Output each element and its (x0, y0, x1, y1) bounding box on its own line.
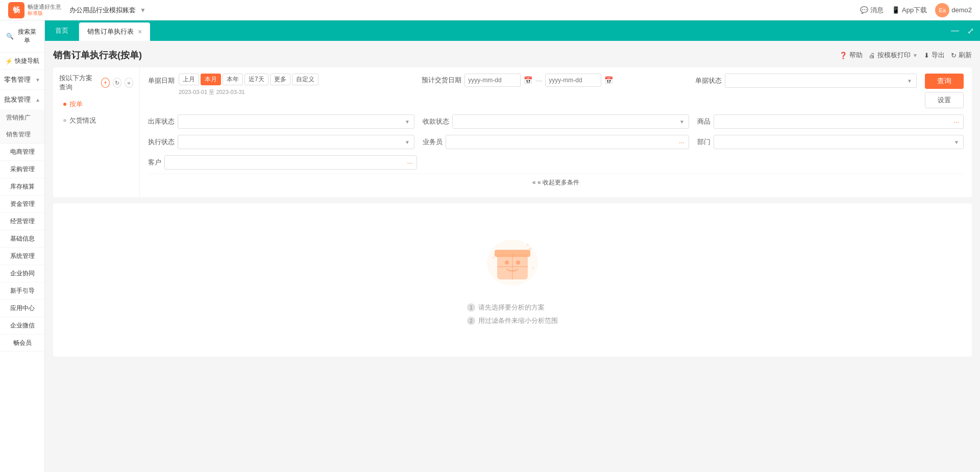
quick-nav-icon: ⚡ (5, 58, 13, 65)
cal-icon-end[interactable]: 📅 (604, 76, 613, 84)
export-button[interactable]: ⬇ 导出 (924, 51, 945, 60)
plan-badge-inactive (63, 119, 66, 122)
expected-date-end-input[interactable] (545, 74, 601, 87)
user-profile[interactable]: Ea demo2 (935, 3, 972, 17)
sidebar-item-newbie[interactable]: 新手引导 (0, 282, 44, 300)
collapse-filters-button[interactable]: « « 收起更多条件 (148, 174, 964, 191)
collapse-panel-button[interactable]: « (125, 78, 133, 88)
filter-row-1: 单据日期 上月 本月 本年 近7天 更多 自定义 (148, 74, 964, 108)
date-range-display: 2023-03-01 至 2023-03-31 (179, 87, 413, 97)
more-icon-salesperson[interactable]: ··· (679, 138, 684, 146)
tab-active-sales-order[interactable]: 销售订单执行表 × (79, 22, 150, 41)
app-download-button[interactable]: 📱 App下载 (892, 6, 927, 15)
refresh-icon-small: ↻ (115, 80, 119, 86)
search-menu-button[interactable]: 🔍 搜索菜单 (4, 25, 40, 48)
product-group: 商品 ··· (697, 114, 964, 129)
message-icon: 💬 (860, 6, 868, 14)
refresh-button[interactable]: ↻ 刷新 (951, 51, 972, 60)
salesperson-group: 业务员 ··· (423, 135, 689, 149)
sidebar-item-member[interactable]: 畅会员 (0, 335, 44, 352)
empty-state: 1 请先选择要分析的方案 2 用过滤条件来缩小分析范围 (53, 203, 972, 357)
filter-row-2: 出库状态 ▼ 收款状态 ▼ (148, 114, 964, 129)
svg-point-8 (493, 256, 495, 258)
sidebar-item-wechat[interactable]: 企业微信 (0, 317, 44, 335)
filter-right-panel: 单据日期 上月 本月 本年 近7天 更多 自定义 (140, 67, 972, 197)
ship-status-group: 出库状态 ▼ (148, 114, 414, 129)
tip-number-1: 1 (467, 303, 475, 312)
filter-left-panel-header: 按以下方案查询 + ↻ « (59, 74, 133, 92)
department-select[interactable]: ▼ (714, 135, 964, 149)
tab-bar: 首页 销售订单执行表 × — ⤢ (45, 20, 980, 41)
filter-plan-item-by-order[interactable]: 按单 (59, 96, 133, 112)
sidebar-item-appstore[interactable]: 应用中心 (0, 300, 44, 317)
sidebar-item-wholesale[interactable]: 批发管理 ▲ (0, 90, 44, 109)
sidebar-item-finance[interactable]: 资金管理 (0, 196, 44, 213)
sidebar-item-inventory[interactable]: 库存核算 (0, 178, 44, 196)
filter-plan-item-shortage[interactable]: 欠货情况 (59, 112, 133, 129)
app-download-icon: 📱 (892, 6, 900, 14)
page-wrapper: 销售订单执行表(按单) ❓ 帮助 🖨 按模板打印 ▼ ⬇ 导出 (45, 41, 980, 472)
chevron-down-icon: ▼ (405, 119, 410, 125)
exec-status-select[interactable]: ▼ (178, 135, 414, 149)
date-tab-current-month[interactable]: 本月 (201, 74, 221, 85)
add-plan-button[interactable]: + (101, 78, 110, 88)
svg-point-10 (527, 244, 529, 246)
sidebar-item-basic[interactable]: 基础信息 (0, 230, 44, 248)
sidebar-item-ecommerce[interactable]: 电商管理 (0, 144, 44, 161)
expected-date-label: 预计交货日期 (422, 76, 461, 85)
collect-status-select[interactable]: ▼ (452, 114, 689, 129)
chevron-down-icon: ▼ (35, 77, 40, 83)
tab-minimize-button[interactable]: — (949, 24, 961, 37)
collect-status-group: 收款状态 ▼ (423, 114, 689, 129)
print-icon: 🖨 (869, 52, 875, 59)
message-button[interactable]: 💬 消息 (860, 6, 884, 15)
tab-maximize-button[interactable]: ⤢ (965, 24, 976, 38)
exec-status-label: 执行状态 (148, 137, 175, 147)
date-tab-last-month[interactable]: 上月 (179, 74, 199, 85)
customer-select[interactable]: ··· (164, 155, 417, 170)
export-icon: ⬇ (924, 52, 929, 59)
print-dropdown-icon[interactable]: ▼ (913, 53, 918, 58)
date-tab-last-7-days[interactable]: 近7天 (244, 74, 268, 85)
more-icon-customer[interactable]: ··· (407, 159, 412, 167)
avatar: Ea (935, 3, 949, 17)
ship-status-select[interactable]: ▼ (178, 114, 414, 129)
empty-state-svg (484, 234, 541, 291)
query-button[interactable]: 查询 (925, 74, 964, 89)
expected-date-start-input[interactable] (464, 74, 521, 87)
date-tab-more[interactable]: 更多 (270, 74, 290, 85)
refresh-plan-button[interactable]: ↻ (113, 78, 121, 88)
system-title: 办公用品行业模拟账套 (69, 6, 136, 15)
more-icon-product[interactable]: ··· (953, 118, 959, 126)
cal-icon-start[interactable]: 📅 (524, 76, 532, 84)
page-title: 销售订单执行表(按单) (53, 49, 142, 61)
main-layout: 🔍 搜索菜单 ⚡ 快捷导航 零售管理 ▼ 批发管理 ▲ 营销推广 销售管理 (0, 20, 980, 472)
settings-button[interactable]: 设置 (925, 92, 964, 108)
tab-home[interactable]: 首页 (45, 20, 79, 41)
system-title-dropdown[interactable]: ▼ (140, 7, 146, 14)
plan-badge-active (63, 103, 66, 106)
sidebar-sub-item-sales[interactable]: 销售管理 (0, 126, 44, 143)
date-field-group: 单据日期 上月 本月 本年 近7天 更多 自定义 (148, 74, 413, 97)
print-button[interactable]: 🖨 按模板打印 ▼ (869, 51, 918, 60)
chevron-down-icon: ▼ (907, 78, 912, 84)
sidebar-item-retail[interactable]: 零售管理 ▼ (0, 70, 44, 89)
tab-close-icon[interactable]: × (138, 28, 142, 36)
sidebar-item-quick-nav[interactable]: ⚡ 快捷导航 (0, 53, 44, 70)
chevron-down-icon: ▼ (405, 139, 410, 145)
date-tab-current-year[interactable]: 本年 (223, 74, 243, 85)
order-status-select[interactable]: ▼ (725, 74, 917, 88)
sidebar-item-operations[interactable]: 经营管理 (0, 213, 44, 230)
content-area: 首页 销售订单执行表 × — ⤢ 销售订单执行表(按单) ❓ 帮助 (45, 20, 980, 472)
page-header: 销售订单执行表(按单) ❓ 帮助 🖨 按模板打印 ▼ ⬇ 导出 (53, 49, 972, 61)
sidebar-sub-item-marketing[interactable]: 营销推广 (0, 109, 44, 126)
empty-state-illustration (484, 234, 541, 291)
salesperson-select[interactable]: ··· (446, 135, 689, 149)
sidebar-item-system[interactable]: 系统管理 (0, 248, 44, 265)
filter-wrapper: 按以下方案查询 + ↻ « (53, 67, 972, 197)
product-select[interactable]: ··· (714, 114, 964, 129)
sidebar-item-purchase[interactable]: 采购管理 (0, 161, 44, 178)
sidebar-item-enterprise[interactable]: 企业协同 (0, 265, 44, 282)
help-button[interactable]: ❓ 帮助 (839, 51, 863, 60)
date-tab-custom[interactable]: 自定义 (292, 74, 318, 85)
